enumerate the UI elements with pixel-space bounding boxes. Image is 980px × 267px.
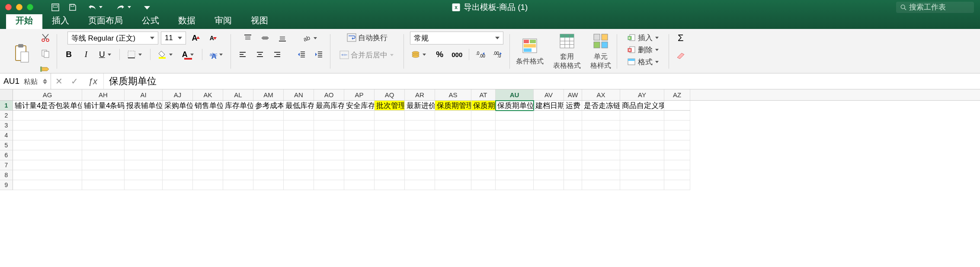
format-as-table-button[interactable]: 套用 表格格式: [551, 32, 583, 71]
cancel-button[interactable]: ✕: [51, 73, 67, 89]
cell-AH9[interactable]: [82, 180, 125, 190]
cell-AR7[interactable]: [405, 160, 435, 170]
cell-AI9[interactable]: [125, 180, 163, 190]
cell-AQ7[interactable]: [375, 160, 405, 170]
cell-AZ6[interactable]: [664, 150, 690, 160]
cell-AR9[interactable]: [405, 180, 435, 190]
cell-AY2[interactable]: [620, 111, 664, 121]
cell-AW7[interactable]: [564, 160, 582, 170]
cell-AV6[interactable]: [534, 150, 564, 160]
cell-AJ3[interactable]: [163, 121, 193, 130]
cell-AN4[interactable]: [284, 130, 314, 140]
cell-AO4[interactable]: [314, 130, 344, 140]
cell-AG1[interactable]: 辅计量4是否包装单位: [13, 101, 82, 111]
cell-AM3[interactable]: [253, 121, 284, 130]
cell-AZ4[interactable]: [664, 130, 690, 140]
format-cells-button[interactable]: 格式: [627, 56, 660, 68]
align-left-button[interactable]: [235, 48, 250, 61]
cell-AL6[interactable]: [223, 150, 253, 160]
cell-AP6[interactable]: [344, 150, 375, 160]
col-header-AH[interactable]: AH: [82, 89, 125, 100]
clear-button[interactable]: [673, 49, 688, 62]
cell-AK1[interactable]: 销售单位: [193, 101, 223, 111]
cell-AN3[interactable]: [284, 121, 314, 130]
conditional-format-button[interactable]: 条件格式: [514, 36, 545, 67]
increase-font-button[interactable]: A: [189, 32, 203, 44]
cell-AM4[interactable]: [253, 130, 284, 140]
cell-AZ1[interactable]: [664, 101, 690, 111]
cell-AT2[interactable]: [471, 111, 496, 121]
cell-AG6[interactable]: [13, 150, 82, 160]
cell-AT7[interactable]: [471, 160, 496, 170]
cell-AN2[interactable]: [284, 111, 314, 121]
row-header-1[interactable]: 1: [0, 101, 13, 111]
tab-页面布局[interactable]: 页面布局: [79, 12, 132, 29]
cell-AI6[interactable]: [125, 150, 163, 160]
minimize-window-button[interactable]: [16, 4, 22, 10]
copy-button[interactable]: [38, 47, 53, 60]
col-header-AQ[interactable]: AQ: [375, 89, 405, 100]
cell-AO8[interactable]: [314, 170, 344, 180]
row-header-6[interactable]: 6: [0, 150, 13, 160]
merge-center-button[interactable]: 合并后居中: [339, 49, 394, 61]
customize-qat-button[interactable]: [142, 3, 152, 12]
cell-AX3[interactable]: [582, 121, 620, 130]
cut-button[interactable]: [38, 32, 53, 44]
cell-AW6[interactable]: [564, 150, 582, 160]
cell-AW8[interactable]: [564, 170, 582, 180]
cell-AJ1[interactable]: 采购单位: [163, 101, 193, 111]
cell-AZ8[interactable]: [664, 170, 690, 180]
cell-AP9[interactable]: [344, 180, 375, 190]
cell-AQ4[interactable]: [375, 130, 405, 140]
number-format-select[interactable]: 常规: [410, 32, 503, 44]
cell-AH5[interactable]: [82, 140, 125, 150]
align-top-button[interactable]: [240, 32, 255, 44]
search-input[interactable]: [909, 3, 970, 12]
row-header-3[interactable]: 3: [0, 121, 13, 130]
cell-AZ9[interactable]: [664, 180, 690, 190]
formula-input[interactable]: 保质期单位: [104, 75, 980, 88]
cell-AI5[interactable]: [125, 140, 163, 150]
col-header-AP[interactable]: AP: [344, 89, 375, 100]
cell-AJ9[interactable]: [163, 180, 193, 190]
cell-AK5[interactable]: [193, 140, 223, 150]
cell-AI3[interactable]: [125, 121, 163, 130]
col-header-AL[interactable]: AL: [223, 89, 253, 100]
cell-AP3[interactable]: [344, 121, 375, 130]
name-box-stepper[interactable]: [43, 79, 47, 84]
paste-button[interactable]: [9, 41, 35, 66]
cell-AU8[interactable]: [496, 170, 534, 180]
tab-数据[interactable]: 数据: [169, 12, 205, 29]
italic-button[interactable]: I: [79, 48, 93, 61]
cell-AV1[interactable]: 建档日期: [534, 101, 564, 111]
cell-AN8[interactable]: [284, 170, 314, 180]
cell-AI4[interactable]: [125, 130, 163, 140]
cell-AG2[interactable]: [13, 111, 82, 121]
cell-AW9[interactable]: [564, 180, 582, 190]
cell-AH3[interactable]: [82, 121, 125, 130]
select-all-corner[interactable]: [0, 89, 13, 101]
col-header-AO[interactable]: AO: [314, 89, 344, 100]
cell-AS2[interactable]: [435, 111, 471, 121]
cell-AT6[interactable]: [471, 150, 496, 160]
cell-AZ7[interactable]: [664, 160, 690, 170]
fx-button[interactable]: ƒx: [82, 73, 104, 89]
cell-AW2[interactable]: [564, 111, 582, 121]
cell-AG9[interactable]: [13, 180, 82, 190]
font-color-button[interactable]: A: [179, 48, 198, 61]
cell-AK9[interactable]: [193, 180, 223, 190]
cell-AJ7[interactable]: [163, 160, 193, 170]
percent-format-button[interactable]: %: [432, 48, 447, 61]
increase-decimal-button[interactable]: .0.00: [474, 48, 488, 61]
accounting-format-button[interactable]: [408, 48, 430, 61]
cell-AU2[interactable]: [496, 111, 534, 121]
row-header-5[interactable]: 5: [0, 140, 13, 150]
col-header-AU[interactable]: AU: [496, 89, 534, 100]
cell-AM2[interactable]: [253, 111, 284, 121]
cell-AS6[interactable]: [435, 150, 471, 160]
cell-AQ2[interactable]: [375, 111, 405, 121]
cell-AG3[interactable]: [13, 121, 82, 130]
cell-AW4[interactable]: [564, 130, 582, 140]
cell-AJ5[interactable]: [163, 140, 193, 150]
cell-AT9[interactable]: [471, 180, 496, 190]
